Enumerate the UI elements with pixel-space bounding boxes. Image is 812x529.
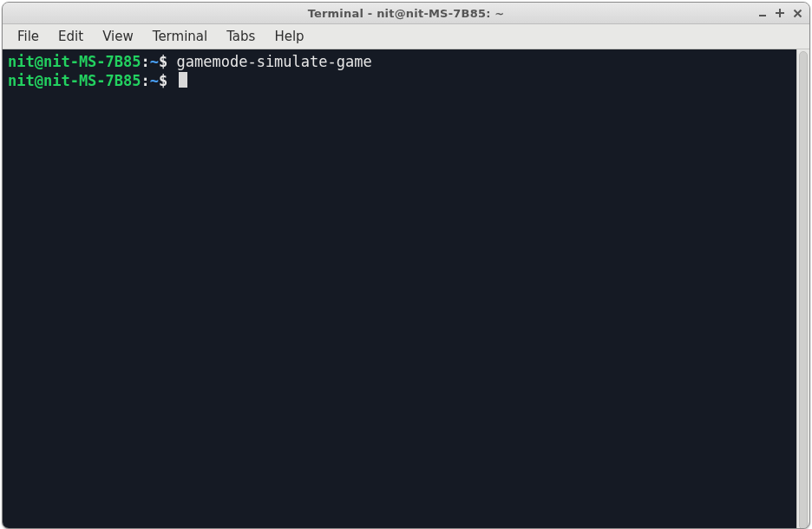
prompt-sep: :: [141, 72, 150, 89]
menu-help[interactable]: Help: [265, 26, 313, 47]
titlebar[interactable]: Terminal - nit@nit-MS-7B85: ~: [3, 3, 809, 24]
maximize-button[interactable]: [771, 5, 789, 21]
scrollbar-thumb[interactable]: [799, 51, 808, 529]
command-text: gamemode-simulate-game: [177, 53, 372, 70]
prompt-symbol: $: [159, 53, 167, 70]
minimize-button[interactable]: [754, 5, 771, 21]
window-controls: [754, 3, 806, 23]
menu-file[interactable]: File: [8, 26, 49, 47]
terminal-area-wrap: nit@nit-MS-7B85:~$ gamemode-simulate-gam…: [3, 49, 809, 528]
plus-icon: [775, 8, 785, 18]
prompt-user-host: nit@nit-MS-7B85: [8, 53, 141, 70]
close-button[interactable]: [789, 5, 806, 21]
prompt-sep: :: [141, 53, 150, 70]
close-icon: [793, 9, 802, 18]
terminal-output[interactable]: nit@nit-MS-7B85:~$ gamemode-simulate-gam…: [3, 49, 796, 528]
prompt-line: nit@nit-MS-7B85:~$: [8, 72, 187, 89]
menu-edit[interactable]: Edit: [49, 26, 93, 47]
menu-terminal[interactable]: Terminal: [143, 26, 217, 47]
prompt-symbol: $: [159, 72, 167, 89]
cursor-block: [179, 72, 187, 88]
prompt-line: nit@nit-MS-7B85:~$ gamemode-simulate-gam…: [8, 53, 372, 70]
svg-rect-2: [776, 12, 784, 14]
prompt-user-host: nit@nit-MS-7B85: [8, 72, 141, 89]
terminal-window: Terminal - nit@nit-MS-7B85: ~: [2, 2, 810, 529]
svg-rect-0: [759, 15, 766, 16]
window-title: Terminal - nit@nit-MS-7B85: ~: [3, 7, 809, 20]
menu-tabs[interactable]: Tabs: [217, 26, 265, 47]
menubar: File Edit View Terminal Tabs Help: [3, 24, 809, 49]
minimize-icon: [758, 9, 767, 17]
menu-view[interactable]: View: [93, 26, 143, 47]
vertical-scrollbar[interactable]: [796, 49, 809, 528]
prompt-path: ~: [150, 72, 159, 89]
prompt-path: ~: [150, 53, 159, 70]
